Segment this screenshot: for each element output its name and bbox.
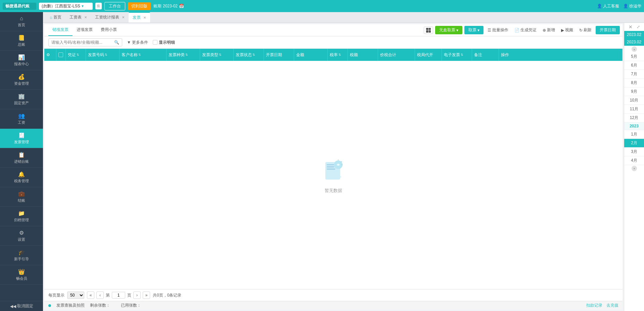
period-panel-header[interactable]: 2023.02 [624,31,644,38]
refresh-button[interactable]: ↻ 刷新 [577,26,594,34]
tab-payroll-table[interactable]: 工资表 ✕ [65,12,91,23]
tab-invoice-close-icon[interactable]: ✕ [143,16,146,20]
close-panel-button[interactable]: ✕ [627,24,635,30]
sidebar-item-ledger[interactable]: 📒 总账 [0,31,43,51]
show-detail-label: 显示明细 [159,40,175,45]
period-month-2022-7[interactable]: 7月 [624,70,644,79]
filter-button[interactable]: ▼ 更多条件 [125,39,150,46]
ledger-icon: 📒 [18,35,25,41]
th-voucher-sort-icon[interactable]: ⇅ [77,53,79,56]
th-invoice-no-sort-icon[interactable]: ⇅ [105,53,107,56]
tab-payroll-table-close-icon[interactable]: ✕ [84,15,87,19]
take-ticket-button[interactable]: 取票 ▾ [464,26,484,34]
sidebar-item-assets[interactable]: 🏢 固定资产 [0,90,43,109]
switch-version-button[interactable]: 切到旧版 [128,2,151,10]
period-month-2022-10[interactable]: 10月 [624,96,644,105]
copy-button[interactable]: ⎘ [95,3,102,9]
period-month-2023-2[interactable]: 2月 [624,139,644,148]
workbench-button[interactable]: 工作台 [104,2,125,10]
table-header: ⚙ 凭证 ⇅ 发票号码 ⇅ 客户名称 ⇅ [44,49,623,61]
sidebar-label-ledger: 总账 [18,42,25,47]
th-e-invoice-sort-icon[interactable]: ⇅ [461,53,463,56]
empty-state: 暂无数据 [44,61,623,289]
th-invoice-type-sort-icon[interactable]: ⇅ [185,53,188,56]
period-month-2022-8[interactable]: 8月 [624,79,644,87]
check-dot-icon [48,304,51,307]
batch-ops-button[interactable]: ☰ 批量操作 [486,26,510,34]
sidebar-item-archive[interactable]: 📁 归档管理 [0,207,43,226]
sidebar-item-funds[interactable]: 💰 资金管理 [0,70,43,90]
period-month-2022-12[interactable]: 12月 [624,114,644,122]
th-e-invoice: 电子发票 ⇅ [442,49,472,61]
search-area: 🔍 [48,38,122,46]
tab-payroll-stats-close-icon[interactable]: ✕ [122,15,125,19]
page-number-input[interactable] [112,292,125,299]
import-record-link[interactable]: 扣款记录 [586,303,602,308]
tab-payroll-table-label: 工资表 [70,14,82,20]
th-invoice-category: 发票类型 ⇅ [200,49,234,61]
th-amount: 金额 [294,49,328,61]
th-remark-label: 备注 [474,52,482,58]
customer-service[interactable]: 👤 人工客服 [597,3,619,9]
period-month-2022-11[interactable]: 11月 [624,105,644,114]
th-settings[interactable]: ⚙ [44,49,56,61]
search-input[interactable] [51,40,113,45]
scroll-up-icon[interactable]: ▴ [632,46,637,52]
show-detail-checkbox[interactable]: 显示明细 [153,40,175,45]
sidebar-item-home[interactable]: ⌂ 首页 [0,12,43,31]
th-customer-sort-icon[interactable]: ⇅ [138,53,141,56]
scroll-down-icon[interactable]: ▾ [632,166,637,171]
recharge-link[interactable]: 去充值 [606,303,618,308]
sidebar-item-guide[interactable]: 🎓 新手引导 [0,246,43,265]
period-month-2022-5[interactable]: 5月 [624,52,644,61]
no-cancel-ticket-button[interactable]: 无血取票 ▾ [435,26,462,34]
first-page-button[interactable]: « [87,291,94,299]
sidebar-item-invoice[interactable]: 🧾 发票管理 [0,129,43,148]
layout-button[interactable] [424,27,433,34]
next-page-button[interactable]: › [133,291,141,299]
video-button[interactable]: ▶ 视频 [559,26,575,34]
sidebar-toggle[interactable]: ◀◀ 取消固定 [0,301,43,311]
period-month-2022-6[interactable]: 6月 [624,61,644,70]
search-icon[interactable]: 🔍 [114,40,119,45]
period-month-2023-1[interactable]: 1月 [624,130,644,139]
sidebar-label-assets: 固定资产 [14,101,29,106]
sidebar-item-tax[interactable]: 🔔 税务管理 [0,168,43,187]
tab-invoice[interactable]: 发票 ✕ [129,12,150,23]
expand-panel-button[interactable]: ⤢ [635,24,642,30]
th-invoice-no: 发票号码 ⇅ [86,49,120,61]
gen-voucher-button[interactable]: 📄 生成凭证 [512,26,539,34]
sidebar-bottom: ◀◀ 取消固定 [0,301,43,311]
company-selector[interactable]: (勿删）江西股宝-LSS ▾ [39,3,93,10]
sub-tab-purchase[interactable]: 进项发票 [73,24,97,36]
th-invoice-category-sort-icon[interactable]: ⇅ [219,53,222,56]
last-page-button[interactable]: » [143,291,150,299]
th-checkbox[interactable] [56,49,66,61]
th-tax-rate-sort-icon[interactable]: ⇅ [338,53,341,56]
open-period-button[interactable]: 开票日期 [596,26,620,34]
grid-icon [426,28,431,33]
per-page-select[interactable]: 50 10 20 100 [67,291,84,299]
th-invoice-status-sort-icon[interactable]: ⇅ [252,53,255,56]
th-invoice-no-label: 发票号码 [88,52,104,58]
sub-tab-expense[interactable]: 费用小票 [97,24,121,36]
sidebar-item-sales[interactable]: 📋 进销台账 [0,148,43,168]
sidebar-item-settlement[interactable]: 💼 结账 [0,187,43,207]
sidebar-item-payroll[interactable]: 👥 工资 [0,109,43,129]
new-button[interactable]: ⊕ 新增 [541,26,557,34]
sidebar-item-settings[interactable]: ⚙ 设置 [0,226,43,246]
sub-tab-bar: 销项发票 进项发票 费用小票 [44,24,421,36]
remaining-label: 剩余张数： [90,303,110,308]
user-profile[interactable]: 👤 徐溢华 [623,3,641,9]
prev-page-button[interactable]: ‹ [96,291,104,299]
period-month-2023-3[interactable]: 3月 [624,148,644,156]
user-avatar-icon: 👤 [623,4,628,8]
sidebar-item-member[interactable]: 👑 畅会员 [0,265,43,285]
sub-tab-sales[interactable]: 销项发票 [48,24,73,36]
period-panel-subheader[interactable]: 2023.02 [624,38,644,46]
period-month-2023-4[interactable]: 4月 [624,156,644,165]
sidebar-item-reports[interactable]: 📊 报表中心 [0,51,43,70]
period-month-2022-9[interactable]: 9月 [624,87,644,96]
tab-home[interactable]: ⌂ 首页 [46,12,65,23]
tab-payroll-stats[interactable]: 工资统计报表 ✕ [91,12,129,23]
